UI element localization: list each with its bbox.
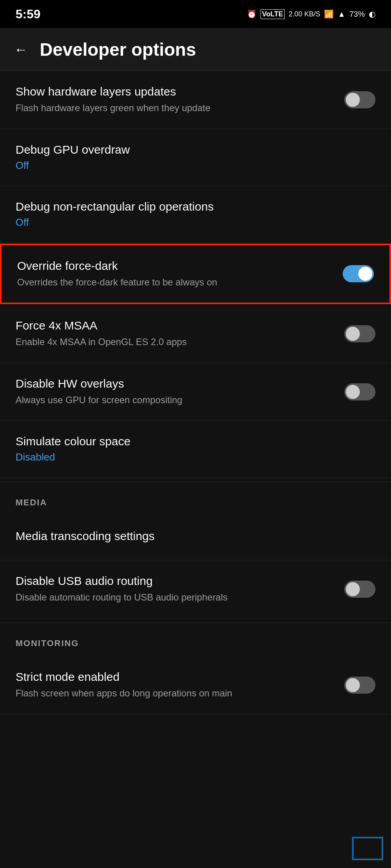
setting-subtitle: Flash screen when apps do long operation… bbox=[16, 687, 333, 700]
setting-item-media-transcoding-settings[interactable]: Media transcoding settings bbox=[0, 515, 391, 560]
volte-icon: VoLTE bbox=[261, 9, 285, 19]
setting-title: Disable USB audio routing bbox=[16, 574, 333, 588]
setting-item-simulate-colour-space[interactable]: Simulate colour spaceDisabled bbox=[0, 421, 391, 478]
setting-subtitle: Off bbox=[16, 159, 364, 172]
setting-title: Override force-dark bbox=[17, 259, 331, 273]
setting-text: Force 4x MSAAEnable 4x MSAA in OpenGL ES… bbox=[16, 319, 344, 349]
setting-subtitle: Disabled bbox=[16, 451, 364, 463]
setting-item-strict-mode-enabled[interactable]: Strict mode enabledFlash screen when app… bbox=[0, 656, 391, 714]
setting-title: Media transcoding settings bbox=[16, 530, 364, 543]
toggle-switch[interactable] bbox=[343, 265, 374, 282]
setting-text: Simulate colour spaceDisabled bbox=[16, 435, 375, 463]
setting-title: Debug non-rectangular clip operations bbox=[16, 200, 364, 213]
page-header: ← Developer options bbox=[0, 28, 391, 71]
setting-title: Show hardware layers updates bbox=[16, 85, 333, 98]
toggle-switch[interactable] bbox=[344, 325, 375, 342]
section-header-media: MEDIA bbox=[0, 482, 391, 515]
setting-subtitle: Flash hardware layers green when they up… bbox=[16, 101, 333, 115]
setting-subtitle: Disable automatic routing to USB audio p… bbox=[16, 591, 333, 604]
battery-icon: ◐ bbox=[369, 9, 375, 19]
setting-title: Strict mode enabled bbox=[16, 670, 333, 684]
setting-item-force-4x-msaa[interactable]: Force 4x MSAAEnable 4x MSAA in OpenGL ES… bbox=[0, 305, 391, 363]
watermark-icon bbox=[352, 837, 383, 860]
alarm-icon: ⏰ bbox=[247, 9, 257, 19]
setting-title: Simulate colour space bbox=[16, 435, 364, 448]
toggle-switch[interactable] bbox=[344, 91, 375, 108]
setting-text: Media transcoding settings bbox=[16, 530, 375, 546]
toggle-switch[interactable] bbox=[344, 383, 375, 400]
section-label: MONITORING bbox=[16, 638, 375, 648]
settings-list: Show hardware layers updatesFlash hardwa… bbox=[0, 71, 391, 714]
setting-item-disable-usb-audio-routing[interactable]: Disable USB audio routingDisable automat… bbox=[0, 560, 391, 618]
signal-icon: ▲ bbox=[338, 10, 345, 19]
section-header-monitoring: MONITORING bbox=[0, 622, 391, 656]
back-button[interactable]: ← bbox=[14, 41, 28, 58]
setting-item-debug-non-rectangular[interactable]: Debug non-rectangular clip operationsOff bbox=[0, 186, 391, 243]
setting-text: Debug non-rectangular clip operationsOff bbox=[16, 200, 375, 229]
setting-item-override-force-dark[interactable]: Override force-darkOverrides the force-d… bbox=[0, 244, 391, 305]
setting-text: Override force-darkOverrides the force-d… bbox=[17, 259, 343, 289]
setting-subtitle: Enable 4x MSAA in OpenGL ES 2.0 apps bbox=[16, 335, 333, 349]
setting-title: Debug GPU overdraw bbox=[16, 143, 364, 156]
setting-subtitle: Off bbox=[16, 216, 364, 229]
setting-subtitle: Overrides the force-dark feature to be a… bbox=[17, 276, 331, 289]
setting-text: Debug GPU overdrawOff bbox=[16, 143, 375, 172]
wifi-icon: 📶 bbox=[324, 9, 334, 19]
toggle-switch[interactable] bbox=[344, 677, 375, 694]
page-title: Developer options bbox=[40, 39, 196, 60]
section-label: MEDIA bbox=[16, 498, 375, 508]
status-bar: 5:59 ⏰ VoLTE 2.00 KB/S 📶 ▲ 73% ◐ bbox=[0, 0, 391, 28]
setting-text: Disable HW overlaysAlways use GPU for sc… bbox=[16, 377, 344, 407]
status-time: 5:59 bbox=[16, 7, 41, 21]
toggle-switch[interactable] bbox=[344, 581, 375, 598]
battery-text: 73% bbox=[349, 10, 365, 19]
status-icons: ⏰ VoLTE 2.00 KB/S 📶 ▲ 73% ◐ bbox=[247, 9, 375, 19]
setting-text: Show hardware layers updatesFlash hardwa… bbox=[16, 85, 344, 115]
setting-item-debug-gpu-overdraw[interactable]: Debug GPU overdrawOff bbox=[0, 129, 391, 186]
setting-title: Disable HW overlays bbox=[16, 377, 333, 390]
setting-text: Disable USB audio routingDisable automat… bbox=[16, 574, 344, 604]
setting-title: Force 4x MSAA bbox=[16, 319, 333, 332]
setting-item-disable-hw-overlays[interactable]: Disable HW overlaysAlways use GPU for sc… bbox=[0, 363, 391, 421]
setting-subtitle: Always use GPU for screen compositing bbox=[16, 393, 333, 407]
network-speed: 2.00 KB/S bbox=[289, 10, 320, 18]
setting-item-show-hardware-layers[interactable]: Show hardware layers updatesFlash hardwa… bbox=[0, 71, 391, 129]
setting-text: Strict mode enabledFlash screen when app… bbox=[16, 670, 344, 700]
